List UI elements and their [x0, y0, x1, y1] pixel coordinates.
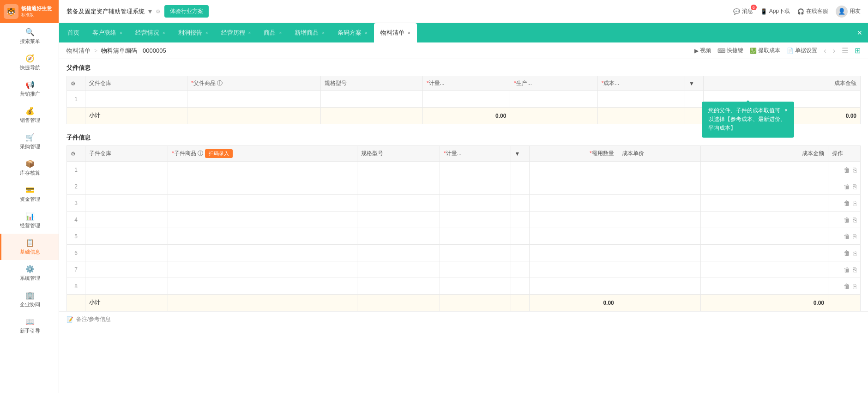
delete-icon-6[interactable]: 🗑 — [844, 249, 850, 257]
child-qty-8[interactable] — [529, 278, 618, 295]
sidebar-item-operations[interactable]: 📊经营管理 — [0, 207, 59, 234]
tab-close-barcode[interactable]: × — [365, 30, 368, 36]
tab-close-profit[interactable]: × — [205, 30, 208, 36]
child-spec-2[interactable] — [357, 178, 440, 195]
copy-icon-1[interactable]: ⎘ — [853, 166, 856, 174]
parent-product-cell[interactable] — [187, 91, 320, 108]
child-qty-2[interactable] — [529, 178, 618, 195]
nav-tab-bom[interactable]: 物料清单 × — [374, 23, 417, 42]
delete-icon-7[interactable]: 🗑 — [844, 266, 850, 273]
child-warehouse-3[interactable] — [85, 195, 168, 212]
nav-tab-customers[interactable]: 客户联络 × — [86, 23, 129, 42]
child-unit-cost-8[interactable] — [618, 278, 700, 295]
delete-icon-3[interactable]: 🗑 — [844, 200, 850, 207]
child-qty-3[interactable] — [529, 195, 618, 212]
delete-icon-2[interactable]: 🗑 — [844, 183, 850, 190]
child-product-5[interactable] — [168, 228, 357, 245]
list-view-btn[interactable]: ⊞ — [855, 46, 861, 55]
child-spec-8[interactable] — [357, 278, 440, 295]
child-product-4[interactable] — [168, 212, 357, 228]
tab-close-bom[interactable]: × — [408, 30, 410, 36]
sidebar-item-system[interactable]: ⚙️系统管理 — [0, 260, 59, 286]
copy-icon-3[interactable]: ⎘ — [853, 200, 856, 207]
parent-cost-cell[interactable] — [597, 91, 685, 108]
copy-icon-5[interactable]: ⎘ — [853, 233, 856, 240]
child-spec-6[interactable] — [357, 245, 440, 261]
sidebar-item-basic[interactable]: 📋基础信息 — [0, 234, 59, 260]
sidebar-item-search[interactable]: 🔍搜索菜单 — [0, 23, 59, 49]
child-unit-cost-1[interactable] — [618, 162, 700, 178]
nav-tab-barcode[interactable]: 条码方案 × — [331, 23, 374, 42]
copy-icon-2[interactable]: ⎘ — [853, 183, 856, 190]
copy-icon-8[interactable]: ⎘ — [853, 283, 856, 290]
sidebar-item-guide[interactable]: 📖新手引导 — [0, 313, 59, 339]
tab-close-newproduct[interactable]: × — [322, 30, 325, 36]
delete-icon-4[interactable]: 🗑 — [844, 216, 850, 224]
child-warehouse-7[interactable] — [85, 261, 168, 278]
nav-tab-operations[interactable]: 经营情况 × — [129, 23, 172, 42]
child-product-2[interactable] — [168, 178, 357, 195]
parent-spec-cell[interactable] — [321, 91, 423, 108]
tab-close-customers[interactable]: × — [120, 30, 122, 36]
sidebar-item-sales[interactable]: 💰销售管理 — [0, 102, 59, 128]
child-qty-4[interactable] — [529, 212, 618, 228]
child-warehouse-6[interactable] — [85, 245, 168, 261]
sidebar-item-finance[interactable]: 💳资金管理 — [0, 181, 59, 207]
child-unit-cost-4[interactable] — [618, 212, 700, 228]
child-warehouse-5[interactable] — [85, 228, 168, 245]
child-warehouse-4[interactable] — [85, 212, 168, 228]
view-btn[interactable]: ▶ 视频 — [694, 47, 711, 54]
child-col-settings[interactable]: ⚙ — [67, 146, 85, 162]
breadcrumb-parent[interactable]: 物料清单 — [66, 47, 90, 55]
nav-tab-home[interactable]: 首页 — [61, 23, 86, 42]
copy-icon-6[interactable]: ⎘ — [853, 249, 856, 257]
child-unit-cost-7[interactable] — [618, 261, 700, 278]
child-unit-7[interactable] — [440, 261, 511, 278]
child-spec-5[interactable] — [357, 228, 440, 245]
nav-tab-bizhistory[interactable]: 经营历程 × — [215, 23, 258, 42]
child-warehouse-2[interactable] — [85, 178, 168, 195]
child-spec-1[interactable] — [357, 162, 440, 178]
parent-warehouse-cell[interactable] — [85, 91, 187, 108]
extract-cost-btn[interactable]: 💹 提取成本 — [750, 47, 780, 54]
tooltip-close-btn[interactable]: × — [784, 106, 788, 115]
child-unit-5[interactable] — [440, 228, 511, 245]
settings-icon[interactable]: ▾ — [148, 7, 152, 16]
child-qty-1[interactable] — [529, 162, 618, 178]
child-unit-1[interactable] — [440, 162, 511, 178]
child-qty-5[interactable] — [529, 228, 618, 245]
online-service-btn[interactable]: 🎧 在线客服 — [797, 7, 828, 15]
child-unit-4[interactable] — [440, 212, 511, 228]
child-qty-7[interactable] — [529, 261, 618, 278]
child-unit-8[interactable] — [440, 278, 511, 295]
app-download-btn[interactable]: 📱 App下载 — [760, 7, 790, 15]
nav-tab-newproduct[interactable]: 新增商品 × — [288, 23, 331, 42]
sidebar-item-quicknav[interactable]: 🧭快捷导航 — [0, 49, 59, 76]
child-spec-7[interactable] — [357, 261, 440, 278]
child-unit-cost-6[interactable] — [618, 245, 700, 261]
sidebar-item-enterprise[interactable]: 🏢企业协同 — [0, 286, 59, 313]
nav-tab-profit[interactable]: 利润报告 × — [172, 23, 215, 42]
nav-close-btn[interactable]: ✕ — [853, 29, 866, 36]
shortcut-btn[interactable]: ⌨ 快捷键 — [717, 47, 743, 54]
child-warehouse-8[interactable] — [85, 278, 168, 295]
child-spec-4[interactable] — [357, 212, 440, 228]
child-product-7[interactable] — [168, 261, 357, 278]
messages-btn[interactable]: 💬 消息 6 — [733, 7, 753, 15]
sidebar-item-marketing[interactable]: 📢营销推广 — [0, 76, 59, 102]
parent-col-settings[interactable]: ⚙ — [67, 76, 85, 91]
delete-icon-8[interactable]: 🗑 — [844, 283, 850, 290]
child-unit-2[interactable] — [440, 178, 511, 195]
sidebar-item-purchase[interactable]: 🛒采购管理 — [0, 128, 59, 155]
parent-unit-cell[interactable] — [423, 91, 510, 108]
nav-tab-products[interactable]: 商品 × — [257, 23, 288, 42]
child-unit-cost-2[interactable] — [618, 178, 700, 195]
child-unit-cost-5[interactable] — [618, 228, 700, 245]
user-menu[interactable]: 👤 用友 — [836, 6, 861, 18]
child-unit-6[interactable] — [440, 245, 511, 261]
child-warehouse-1[interactable] — [85, 162, 168, 178]
sidebar-item-inventory[interactable]: 📦库存核算 — [0, 155, 59, 181]
parent-batch-cell[interactable] — [510, 91, 597, 108]
delete-icon-1[interactable]: 🗑 — [844, 166, 850, 174]
child-spec-3[interactable] — [357, 195, 440, 212]
